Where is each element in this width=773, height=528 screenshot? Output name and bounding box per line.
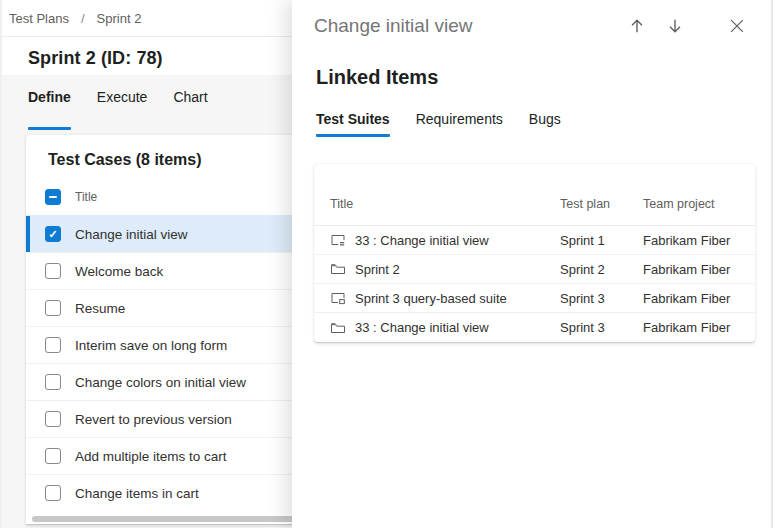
close-icon <box>728 17 746 35</box>
linked-item-row[interactable]: Sprint 3 query-based suite Sprint 3 Fabr… <box>314 284 755 313</box>
up-arrow-icon <box>628 17 646 35</box>
linked-items-heading: Linked Items <box>316 66 749 89</box>
linked-items-tabs: Test SuitesRequirementsBugs <box>316 111 749 137</box>
static-suite-icon <box>330 261 346 277</box>
breadcrumb-item-sprint-2[interactable]: Sprint 2 <box>97 11 142 26</box>
panel-tab-test-suites-label: Test Suites <box>316 111 390 127</box>
breadcrumb-separator: / <box>81 11 85 26</box>
work-item-panel: Change initial view Linked Items Test Su… <box>292 0 773 528</box>
row-checkbox[interactable] <box>45 374 61 390</box>
tab-define-label: Define <box>28 89 71 105</box>
window-left-edge <box>0 0 2 528</box>
linked-item-team-project: Fabrikam Fiber <box>643 262 755 277</box>
next-item-button[interactable] <box>659 10 691 42</box>
query-suite-icon <box>330 290 346 306</box>
linked-table-body: 33 : Change initial view Sprint 1 Fabrik… <box>314 226 755 342</box>
row-checkbox[interactable] <box>45 263 61 279</box>
tab-execute-label: Execute <box>97 89 148 105</box>
linked-item-title: Sprint 2 <box>355 262 400 277</box>
select-all-checkbox[interactable] <box>45 189 61 205</box>
test-case-title: Change colors on initial view <box>75 375 246 390</box>
linked-item-test-plan: Sprint 1 <box>560 233 643 248</box>
column-header-title: Title <box>330 197 560 211</box>
tab-execute[interactable]: Execute <box>97 89 148 135</box>
linked-item-test-plan: Sprint 3 <box>560 291 643 306</box>
page-title: Sprint 2 (ID: 78) <box>28 48 163 68</box>
linked-item-title: 33 : Change initial view <box>355 320 489 335</box>
panel-tab-requirements-label: Requirements <box>416 111 503 127</box>
panel-tab-bugs-label: Bugs <box>529 111 561 127</box>
linked-item-row[interactable]: Sprint 2 Sprint 2 Fabrikam Fiber <box>314 255 755 284</box>
column-header-test-plan: Test plan <box>560 197 643 211</box>
linked-item-team-project: Fabrikam Fiber <box>643 233 755 248</box>
row-checkbox[interactable] <box>45 300 61 316</box>
panel-title: Change initial view <box>314 15 615 37</box>
test-case-title: Revert to previous version <box>75 412 232 427</box>
tab-chart[interactable]: Chart <box>173 89 207 135</box>
linked-items-table: Title Test plan Team project 33 : Change… <box>314 164 755 342</box>
test-case-title: Interim save on long form <box>75 338 227 353</box>
row-checkbox[interactable] <box>45 485 61 501</box>
row-checkbox[interactable] <box>45 448 61 464</box>
test-case-title: Change initial view <box>75 227 188 242</box>
close-panel-button[interactable] <box>721 10 753 42</box>
linked-item-team-project: Fabrikam Fiber <box>643 320 755 335</box>
linked-item-row[interactable]: 33 : Change initial view Sprint 1 Fabrik… <box>314 226 755 255</box>
linked-item-team-project: Fabrikam Fiber <box>643 291 755 306</box>
previous-item-button[interactable] <box>621 10 653 42</box>
down-arrow-icon <box>666 17 684 35</box>
requirement-suite-icon <box>330 232 346 248</box>
test-case-title: Resume <box>75 301 125 316</box>
test-case-title: Change items in cart <box>75 486 199 501</box>
breadcrumb-item-test-plans[interactable]: Test Plans <box>9 11 69 26</box>
panel-tab-bugs[interactable]: Bugs <box>529 111 561 137</box>
linked-item-test-plan: Sprint 2 <box>560 262 643 277</box>
title-column-header[interactable]: Title <box>75 190 97 204</box>
panel-header: Change initial view <box>292 0 773 52</box>
linked-item-title: 33 : Change initial view <box>355 233 489 248</box>
test-case-title: Add multiple items to cart <box>75 449 227 464</box>
panel-body: Linked Items Test SuitesRequirementsBugs… <box>292 52 773 342</box>
row-checkbox[interactable] <box>45 411 61 427</box>
static-suite-icon <box>330 320 346 336</box>
app-window: Test Plans / Sprint 2 Sprint 2 (ID: 78) … <box>0 0 773 528</box>
tab-chart-label: Chart <box>173 89 207 105</box>
tab-define[interactable]: Define <box>28 89 71 135</box>
linked-item-row[interactable]: 33 : Change initial view Sprint 3 Fabrik… <box>314 313 755 342</box>
linked-item-test-plan: Sprint 3 <box>560 320 643 335</box>
column-header-team-project: Team project <box>643 197 755 211</box>
test-case-title: Welcome back <box>75 264 163 279</box>
panel-tab-requirements[interactable]: Requirements <box>416 111 503 137</box>
row-checkbox[interactable] <box>45 226 61 242</box>
panel-tab-test-suites[interactable]: Test Suites <box>316 111 390 137</box>
linked-table-header: Title Test plan Team project <box>314 182 755 226</box>
row-checkbox[interactable] <box>45 337 61 353</box>
linked-item-title: Sprint 3 query-based suite <box>355 291 507 306</box>
